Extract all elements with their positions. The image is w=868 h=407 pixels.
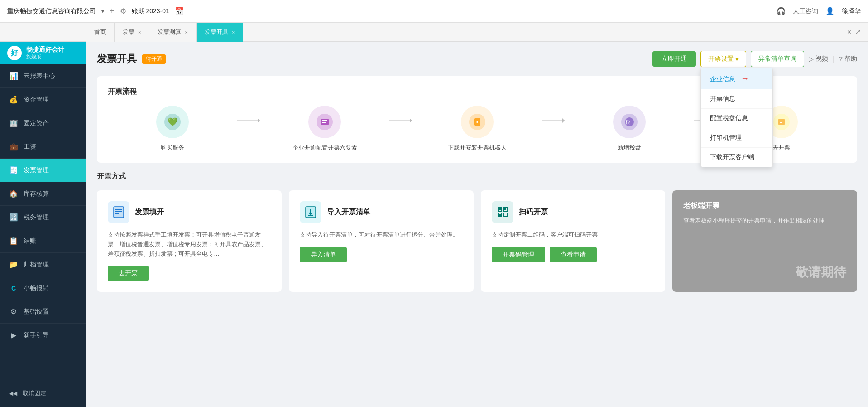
sidebar-item-xiaochang[interactable]: C 小畅报销	[0, 276, 86, 300]
tab-invoice-issue-close[interactable]: ×	[232, 29, 235, 35]
sidebar-item-basic-settings-label: 基础设置	[24, 308, 49, 316]
methods-section-title: 开票方式	[97, 172, 857, 181]
sidebar-item-invoice[interactable]: 🧾 发票管理	[0, 159, 86, 182]
import-invoice-btn[interactable]: 导入清单	[300, 247, 347, 262]
svg-rect-28	[499, 208, 501, 210]
sidebar-item-settlement[interactable]: 📋 结账	[0, 229, 86, 253]
method-card-fill-invoice: 发票填开 支持按照发票样式手工填开发票；可开具增值税电子普通发票、增值税普通发票…	[97, 190, 282, 292]
fixed-assets-icon: 🏢	[9, 119, 18, 128]
tab-bar-maximize-icon[interactable]: ⤢	[855, 28, 861, 36]
tab-bar-right: × ⤢	[845, 28, 868, 36]
menu-item-company-info[interactable]: 企业信息 →	[701, 68, 772, 89]
sidebar-item-archive[interactable]: 📁 归档管理	[0, 253, 86, 276]
settings-dropdown-menu: 企业信息 → 开票信息 配置税盘信息 打印机管理 下	[700, 68, 773, 167]
svg-rect-30	[499, 214, 501, 216]
flow-step-1: 💚 购买服务	[108, 106, 237, 152]
tab-home-label: 首页	[94, 28, 106, 36]
fill-invoice-title: 发票填开	[135, 208, 164, 217]
tab-home[interactable]: 首页	[86, 23, 115, 42]
settings-icon[interactable]: ⚙	[120, 7, 126, 15]
sidebar-item-funds-label: 资金管理	[24, 96, 49, 104]
status-badge: 待开通	[142, 54, 166, 64]
sidebar-item-inventory-label: 库存核算	[24, 190, 49, 198]
settlement-icon: 📋	[9, 237, 18, 246]
boss-invoice-pending: 敬请期待	[796, 264, 846, 281]
fill-invoice-icon	[108, 201, 129, 223]
scan-invoice-title: 扫码开票	[519, 208, 548, 217]
method-card-import-invoice: 导入开票清单 支持导入待开票清单，可对待开票清单进行拆分、合并处理。 导入清单	[289, 190, 474, 292]
sidebar-item-funds[interactable]: 💰 资金管理	[0, 88, 86, 111]
flow-step-2-icon	[308, 106, 341, 138]
tab-invoice-label: 发票	[123, 28, 134, 36]
flow-connector-3	[542, 120, 565, 121]
logo-subtitle: 旗舰版	[26, 53, 64, 60]
tab-invoice-calc[interactable]: 发票测算 ×	[149, 23, 196, 42]
help-button[interactable]: ? 帮助	[839, 55, 857, 63]
menu-item-tax-config[interactable]: 配置税盘信息	[701, 109, 772, 128]
flow-step-3: ▪ 下载并安装开票机器人	[412, 106, 542, 152]
calendar-icon[interactable]: 📅	[175, 7, 184, 15]
svg-text:▪: ▪	[476, 119, 478, 125]
methods-grid: 发票填开 支持按照发票样式手工填开发票；可开具增值税电子普通发票、增值税普通发票…	[97, 190, 857, 292]
company-dropdown-icon[interactable]: ▾	[101, 8, 104, 15]
sidebar-item-invoice-label: 发票管理	[24, 166, 49, 174]
anomaly-button[interactable]: 异常清单查询	[751, 51, 804, 67]
layout: 好 畅捷通好会计 旗舰版 📊 云报表中心 💰 资金管理 🏢 固定资产 💼 工资 …	[0, 42, 868, 407]
tab-invoice-calc-close[interactable]: ×	[185, 29, 187, 35]
tab-invoice-issue[interactable]: 发票开具 ×	[197, 23, 243, 42]
sidebar-item-archive-label: 归档管理	[24, 261, 49, 269]
sidebar-item-payroll[interactable]: 💼 工资	[0, 135, 86, 159]
basic-settings-icon: ⚙	[9, 307, 18, 316]
import-invoice-header: 导入开票清单	[300, 201, 463, 223]
svg-rect-29	[504, 208, 506, 210]
sidebar-item-inventory[interactable]: 🏠 库存核算	[0, 182, 86, 206]
sidebar-item-tax-label: 税务管理	[24, 213, 49, 222]
sidebar-item-settlement-label: 结账	[24, 237, 36, 245]
flow-step-3-label: 下载并安装开票机器人	[448, 144, 507, 152]
inventory-icon: 🏠	[9, 189, 18, 199]
tab-bar-close-icon[interactable]: ×	[847, 28, 851, 36]
scan-invoice-apply-btn[interactable]: 查看申请	[550, 247, 597, 262]
video-button[interactable]: ▷ 视频	[809, 55, 828, 63]
xiaochang-icon: C	[9, 284, 18, 293]
user-name: 徐泽华	[842, 7, 861, 15]
sidebar-item-basic-settings[interactable]: ⚙ 基础设置	[0, 300, 86, 324]
user-avatar-icon: 👤	[825, 7, 834, 15]
scan-invoice-header: 扫码开票	[492, 201, 655, 223]
sidebar: 好 畅捷通好会计 旗舰版 📊 云报表中心 💰 资金管理 🏢 固定资产 💼 工资 …	[0, 42, 86, 407]
scan-invoice-desc: 支持定制开票二维码，客户端可扫码开票	[492, 230, 655, 240]
top-bar-actions: 🎧 人工咨询 👤 徐泽华	[777, 7, 861, 15]
cloud-report-icon: 📊	[9, 72, 18, 81]
tax-config-label: 配置税盘信息	[710, 114, 748, 121]
sidebar-unpin[interactable]: ◀◀ 取消固定	[0, 383, 86, 403]
methods-section: 开票方式 发票填开 支持按照发票样式手工填开发票；可开具增值税电子普通发票、增值…	[97, 172, 857, 292]
tab-invoice[interactable]: 发票 ×	[115, 23, 149, 42]
menu-item-download-client[interactable]: 下载开票客户端	[701, 148, 772, 167]
red-arrow-icon: →	[741, 74, 749, 83]
divider: |	[833, 55, 834, 63]
tab-invoice-close[interactable]: ×	[138, 29, 141, 35]
boss-invoice-desc: 查看老板端小程序提交的开票申请，并作出相应的处理	[683, 216, 846, 226]
scan-invoice-manage-btn[interactable]: 开票码管理	[492, 247, 545, 262]
tab-invoice-calc-label: 发票测算	[158, 28, 181, 36]
page-title: 发票开具	[97, 52, 137, 66]
company-name[interactable]: 重庆畅捷交通信息咨询有限公司	[7, 7, 96, 15]
menu-item-printer[interactable]: 打印机管理	[701, 128, 772, 148]
sidebar-item-tax[interactable]: 🔢 税务管理	[0, 206, 86, 229]
sidebar-item-fixed-assets[interactable]: 🏢 固定资产	[0, 111, 86, 135]
flow-connector-1	[237, 120, 260, 121]
invoice-info-label: 开票信息	[710, 95, 735, 102]
boss-invoice-title: 老板端开票	[683, 201, 846, 211]
sidebar-item-guide[interactable]: ▶ 新手引导	[0, 324, 86, 347]
support-label[interactable]: 人工咨询	[793, 7, 818, 15]
sidebar-item-payroll-label: 工资	[24, 143, 36, 151]
logo-text-area: 畅捷通好会计 旗舰版	[26, 46, 64, 60]
fill-invoice-btn[interactable]: 去开票	[108, 266, 149, 281]
add-tab-icon[interactable]: +	[110, 6, 115, 16]
settings-button[interactable]: 开票设置 ▾	[700, 51, 746, 67]
sidebar-item-cloud-report[interactable]: 📊 云报表中心	[0, 64, 86, 88]
activate-button[interactable]: 立即开通	[652, 51, 696, 67]
video-label: 视频	[815, 55, 828, 63]
fill-invoice-desc: 支持按照发票样式手工填开发票；可开具增值税电子普通发票、增值税普通发票、增值税专…	[108, 230, 271, 258]
menu-item-invoice-info[interactable]: 开票信息	[701, 89, 772, 109]
